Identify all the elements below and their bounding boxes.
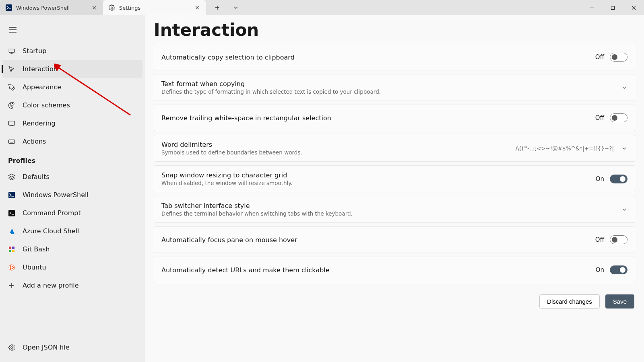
profile-item-label: Azure Cloud Shell	[23, 227, 79, 235]
main-content: Interaction Automatically copy selection…	[145, 15, 644, 362]
setting-desc: Defines the type of formatting in which …	[161, 88, 622, 95]
profile-item-label: Command Prompt	[23, 209, 81, 217]
setting-trim-whitespace[interactable]: Remove trailing white-space in rectangul…	[154, 105, 635, 131]
tab-title: Settings	[119, 5, 190, 11]
hamburger-button[interactable]	[5, 22, 21, 38]
svg-rect-2	[611, 6, 614, 9]
profiles-heading: Profiles	[0, 150, 145, 166]
add-profile-button[interactable]: Add a new profile	[0, 276, 145, 294]
tab-powershell[interactable]: Windows PowerShell	[0, 0, 103, 15]
svg-point-1	[111, 7, 113, 8]
close-window-button[interactable]	[623, 0, 644, 15]
save-button[interactable]: Save	[605, 294, 634, 309]
toggle-state-label: On	[596, 175, 604, 183]
profile-item-defaults[interactable]: Defaults	[0, 168, 145, 186]
profile-item-ubuntu[interactable]: Ubuntu	[0, 258, 145, 276]
profile-item-label: Git Bash	[23, 245, 50, 253]
toggle-state-label: Off	[595, 53, 604, 61]
toggle-state-label: On	[596, 266, 604, 274]
close-icon[interactable]	[91, 4, 97, 11]
setting-textformat[interactable]: Text format when copying Defines the typ…	[154, 74, 635, 101]
setting-title: Word delimiters	[161, 141, 516, 148]
setting-title: Tab switcher interface style	[161, 202, 622, 210]
new-tab-button[interactable]	[208, 0, 226, 15]
appearance-icon	[8, 84, 15, 91]
toggle-autocopy[interactable]	[610, 53, 627, 62]
profile-item-powershell[interactable]: Windows PowerShell	[0, 186, 145, 204]
toggle-state-label: Off	[595, 236, 604, 243]
setting-title: Automatically copy selection to clipboar…	[161, 53, 595, 61]
svg-rect-8	[9, 140, 15, 143]
setting-title: Remove trailing white-space in rectangul…	[161, 114, 595, 122]
setting-focus-hover[interactable]: Automatically focus pane on mouse hover …	[154, 226, 635, 253]
sidebar-item-label: Actions	[23, 138, 46, 145]
profile-item-gitbash[interactable]: Git Bash	[0, 240, 145, 258]
svg-rect-10	[8, 210, 15, 216]
add-profile-label: Add a new profile	[23, 282, 79, 289]
setting-title: Text format when copying	[161, 80, 622, 88]
svg-rect-7	[9, 121, 15, 125]
svg-rect-12	[12, 247, 14, 249]
rendering-icon	[8, 120, 15, 127]
tab-settings[interactable]: Settings	[103, 0, 206, 15]
svg-rect-14	[12, 250, 14, 252]
svg-point-19	[10, 265, 11, 266]
sidebar: Startup Interaction Appearance Color sch…	[0, 15, 145, 362]
ubuntu-icon	[8, 264, 15, 271]
setting-title: Automatically focus pane on mouse hover	[161, 236, 595, 244]
svg-point-21	[11, 346, 13, 348]
chevron-down-icon	[622, 146, 627, 151]
svg-rect-9	[8, 192, 15, 198]
toggle-focushover[interactable]	[610, 235, 627, 244]
svg-rect-3	[9, 49, 14, 52]
svg-point-18	[13, 267, 14, 268]
svg-rect-0	[6, 4, 12, 11]
tab-title: Windows PowerShell	[16, 5, 87, 11]
sidebar-item-label: Interaction	[23, 65, 58, 73]
profile-item-cmd[interactable]: Command Prompt	[0, 204, 145, 222]
profile-item-label: Defaults	[23, 173, 50, 181]
cmd-icon	[8, 210, 15, 217]
setting-title: Automatically detect URLs and make them …	[161, 266, 596, 274]
setting-value-preview: /\()"'-.,:;<>~!@#$%^&*|+=[]{}~?|	[516, 145, 614, 152]
profile-item-label: Windows PowerShell	[23, 191, 89, 199]
svg-point-6	[12, 103, 13, 104]
maximize-button[interactable]	[602, 0, 623, 15]
discard-button[interactable]: Discard changes	[539, 294, 600, 309]
setting-autocopy[interactable]: Automatically copy selection to clipboar…	[154, 44, 635, 70]
profile-item-azure[interactable]: Azure Cloud Shell	[0, 222, 145, 240]
setting-word-delimiters[interactable]: Word delimiters Symbols used to define b…	[154, 135, 635, 162]
palette-icon	[8, 102, 15, 109]
svg-rect-13	[9, 250, 11, 252]
sidebar-item-color-schemes[interactable]: Color schemes	[0, 96, 145, 114]
setting-desc: When disabled, the window will resize sm…	[161, 180, 596, 186]
sidebar-item-actions[interactable]: Actions	[0, 132, 145, 150]
sidebar-item-startup[interactable]: Startup	[0, 42, 145, 60]
page-title: Interaction	[154, 15, 635, 44]
profile-item-label: Ubuntu	[23, 263, 46, 271]
window-controls	[581, 0, 644, 15]
toggle-detecturls[interactable]	[610, 265, 627, 274]
close-icon[interactable]	[194, 4, 200, 11]
gitbash-icon	[8, 246, 15, 253]
tab-dropdown-button[interactable]	[227, 0, 245, 15]
sidebar-item-rendering[interactable]: Rendering	[0, 114, 145, 132]
plus-icon	[8, 282, 15, 289]
setting-desc: Symbols used to define boundaries betwee…	[161, 149, 516, 156]
sidebar-item-appearance[interactable]: Appearance	[0, 78, 145, 96]
setting-title: Snap window resizing to character grid	[161, 171, 596, 179]
sidebar-item-label: Startup	[23, 47, 46, 55]
setting-snap-grid[interactable]: Snap window resizing to character grid W…	[154, 165, 635, 192]
toggle-trimws[interactable]	[610, 113, 627, 122]
setting-detect-urls[interactable]: Automatically detect URLs and make them …	[154, 257, 635, 283]
minimize-button[interactable]	[581, 0, 602, 15]
layers-icon	[8, 173, 15, 181]
open-json-label: Open JSON file	[23, 343, 70, 351]
toggle-snapgrid[interactable]	[610, 175, 627, 183]
open-json-button[interactable]: Open JSON file	[0, 338, 145, 356]
setting-tab-switcher[interactable]: Tab switcher interface style Defines the…	[154, 196, 635, 223]
chevron-down-icon	[622, 207, 627, 212]
sidebar-item-interaction[interactable]: Interaction	[2, 60, 142, 78]
sidebar-item-label: Rendering	[23, 119, 56, 127]
startup-icon	[8, 47, 15, 55]
